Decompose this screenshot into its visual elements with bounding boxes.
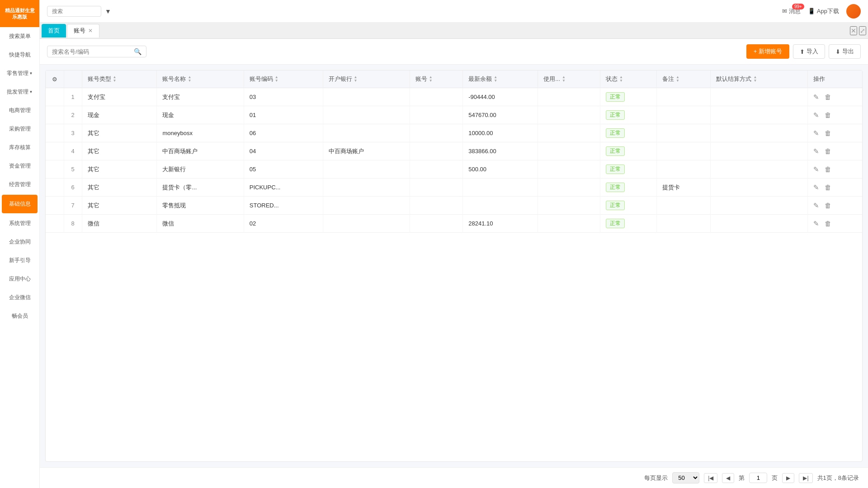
col-remark[interactable]: 备注 ▲▼: [656, 70, 710, 88]
row-settlement-cell: [711, 197, 808, 215]
sort-bank-icon[interactable]: ▲▼: [354, 75, 358, 83]
delete-icon[interactable]: 🗑: [825, 147, 831, 155]
tab-home[interactable]: 首页: [42, 24, 66, 38]
col-name[interactable]: 账号名称 ▲▼: [157, 70, 244, 88]
sidebar-item-search-menu[interactable]: 搜索菜单: [0, 27, 39, 46]
row-num-cell: 3: [64, 124, 82, 142]
delete-icon[interactable]: 🗑: [825, 165, 831, 173]
status-badge: 正常: [606, 92, 625, 102]
edit-icon[interactable]: ✎: [813, 220, 819, 228]
row-status-cell: 正常: [600, 215, 656, 233]
accounts-table-container: ⚙ 账号类型 ▲▼ 账号名称 ▲▼: [45, 70, 863, 462]
delete-icon[interactable]: 🗑: [825, 202, 831, 209]
sidebar-item-operation-mgmt[interactable]: 经营管理: [0, 175, 39, 194]
sidebar-item-retail-mgmt[interactable]: 零售管理▼: [0, 64, 39, 83]
sidebar-item-member[interactable]: 畅会员: [0, 307, 39, 325]
toolbar: 🔍 + 新增账号 ⬆ 导入 ⬇ 导出: [40, 39, 868, 65]
row-balance-cell: 383866.00: [463, 142, 538, 160]
sidebar-item-basic-info[interactable]: 基础信息: [2, 195, 38, 213]
col-status[interactable]: 状态 ▲▼: [600, 70, 656, 88]
edit-icon[interactable]: ✎: [813, 183, 819, 192]
tab-accounts[interactable]: 账号 ✕: [67, 24, 99, 38]
edit-icon[interactable]: ✎: [813, 165, 819, 174]
delete-icon[interactable]: 🗑: [825, 183, 831, 191]
col-code[interactable]: 账号编码 ▲▼: [244, 70, 323, 88]
sort-remark-icon[interactable]: ▲▼: [676, 75, 679, 83]
sort-status-icon[interactable]: ▲▼: [619, 75, 623, 83]
row-balance-cell: 10000.00: [463, 124, 538, 142]
col-bank[interactable]: 开户银行 ▲▼: [323, 70, 410, 88]
page-size-select[interactable]: 50 100 200: [672, 472, 699, 483]
row-settings-cell: [46, 124, 64, 142]
col-usage-label: 使用...: [543, 75, 560, 83]
top-search-input[interactable]: [47, 6, 101, 17]
sort-balance-icon[interactable]: ▲▼: [494, 75, 497, 83]
edit-icon[interactable]: ✎: [813, 147, 819, 155]
add-account-button[interactable]: + 新增账号: [746, 44, 789, 59]
settings-icon[interactable]: ⚙: [52, 76, 57, 83]
row-status-cell: 正常: [600, 178, 656, 197]
search-box[interactable]: 🔍: [47, 46, 146, 57]
col-default-settlement[interactable]: 默认结算方式 ▲▼: [711, 70, 808, 88]
delete-icon[interactable]: 🗑: [825, 93, 831, 101]
row-settings-cell: [46, 178, 64, 197]
delete-icon[interactable]: 🗑: [825, 111, 831, 119]
sort-settlement-icon[interactable]: ▲▼: [753, 75, 757, 83]
col-settings[interactable]: ⚙: [46, 70, 64, 88]
sidebar-item-quick-nav[interactable]: 快捷导航: [0, 46, 39, 64]
search-input[interactable]: [52, 48, 131, 55]
sidebar-item-ecommerce-mgmt[interactable]: 电商管理: [0, 101, 39, 120]
page-content: 🔍 + 新增账号 ⬆ 导入 ⬇ 导出: [40, 39, 868, 488]
col-usage[interactable]: 使用... ▲▼: [538, 70, 600, 88]
sidebar-item-purchase-mgmt[interactable]: 采购管理: [0, 120, 39, 138]
maximize-window-button[interactable]: ⤢: [859, 26, 866, 35]
tab-close-icon[interactable]: ✕: [88, 28, 93, 34]
sidebar-item-app-center[interactable]: 应用中心: [0, 270, 39, 288]
tab-window-buttons: ✕ ⤢: [850, 26, 866, 35]
top-dropdown-arrow[interactable]: ▼: [105, 8, 111, 15]
sidebar-item-label: 批发管理: [7, 88, 28, 96]
app-download-button[interactable]: 📱 App下载: [808, 7, 839, 15]
search-icon[interactable]: 🔍: [134, 48, 142, 55]
sidebar-item-inventory-check[interactable]: 库存核算: [0, 138, 39, 157]
close-window-button[interactable]: ✕: [850, 26, 857, 35]
export-button[interactable]: ⬇ 导出: [829, 44, 861, 59]
row-status-cell: 正常: [600, 142, 656, 160]
sidebar-item-enterprise-agreement[interactable]: 企业协同: [0, 233, 39, 251]
sort-name-icon[interactable]: ▲▼: [188, 75, 191, 83]
sort-code-icon[interactable]: ▲▼: [275, 75, 278, 83]
table-row: 6 其它 提货卡（零... PICKUPC... 正常 提货卡 ✎ 🗑: [46, 178, 862, 197]
col-type[interactable]: 账号类型 ▲▼: [82, 70, 157, 88]
sort-usage-icon[interactable]: ▲▼: [562, 75, 566, 83]
app-icon: 📱: [808, 8, 815, 14]
sort-type-icon[interactable]: ▲▼: [113, 75, 117, 83]
row-usage-cell: [538, 160, 600, 178]
delete-icon[interactable]: 🗑: [825, 129, 831, 137]
col-account[interactable]: 账号 ▲▼: [410, 70, 462, 88]
sidebar-item-system-mgmt[interactable]: 系统管理: [0, 214, 39, 233]
user-avatar[interactable]: [846, 4, 861, 19]
next-page-button[interactable]: ▶: [782, 473, 794, 483]
table-row: 1 支付宝 支付宝 03 -90444.00 正常 ✎ 🗑: [46, 88, 862, 106]
edit-icon[interactable]: ✎: [813, 129, 819, 137]
row-remark-cell: [656, 160, 710, 178]
col-balance[interactable]: 最新余额 ▲▼: [463, 70, 538, 88]
import-button[interactable]: ⬆ 导入: [793, 44, 825, 59]
page-number-input[interactable]: [749, 473, 767, 483]
sort-account-icon[interactable]: ▲▼: [429, 75, 433, 83]
edit-icon[interactable]: ✎: [813, 202, 819, 210]
edit-icon[interactable]: ✎: [813, 93, 819, 101]
sidebar-item-wholesale-mgmt[interactable]: 批发管理▼: [0, 83, 39, 101]
edit-icon[interactable]: ✎: [813, 111, 819, 119]
notification-button[interactable]: ✉ 消息 99+: [782, 7, 801, 15]
sidebar-item-finance-mgmt[interactable]: 资金管理: [0, 157, 39, 175]
col-status-label: 状态: [606, 75, 618, 83]
last-page-button[interactable]: ▶|: [799, 473, 812, 483]
delete-icon[interactable]: 🗑: [825, 220, 831, 227]
sidebar-item-enterprise-wechat[interactable]: 企业微信: [0, 288, 39, 307]
first-page-button[interactable]: |◀: [704, 473, 717, 483]
prev-page-button[interactable]: ◀: [722, 473, 734, 483]
row-usage-cell: [538, 142, 600, 160]
sidebar-item-new-guide[interactable]: 新手引导: [0, 251, 39, 270]
status-badge: 正常: [606, 146, 625, 156]
